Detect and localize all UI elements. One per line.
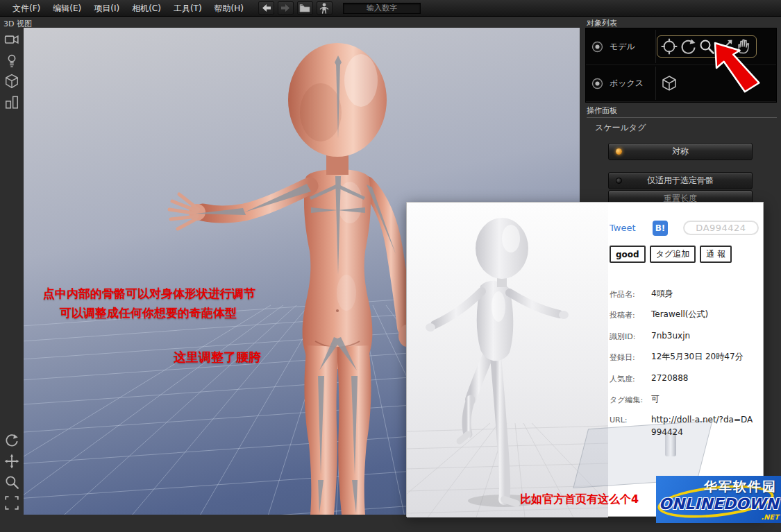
object-row-box[interactable]: ボックス — [586, 65, 776, 102]
menu-camera[interactable]: 相机(C) — [126, 0, 167, 17]
site-watermark: 华军软件园 ONLINEDOWN .NET — [656, 476, 781, 523]
good-button[interactable]: good — [610, 246, 646, 263]
field-label: 投稿者: — [610, 309, 651, 320]
open-folder-button[interactable] — [297, 1, 313, 15]
zoom-view-icon[interactable] — [4, 474, 19, 490]
menu-edit[interactable]: 编辑(E) — [47, 0, 87, 17]
camera-icon[interactable] — [4, 32, 19, 47]
folder-icon — [299, 3, 310, 12]
back-button[interactable] — [258, 1, 274, 15]
field-value: 12年5月30日 20時47分 — [651, 351, 757, 363]
field-value: Terawell(公式) — [651, 309, 757, 320]
object-row-label: ボックス — [610, 78, 648, 89]
field-label: 登録日: — [610, 351, 651, 363]
cube-icon[interactable] — [4, 74, 19, 89]
primitives-icon[interactable] — [4, 94, 19, 110]
number-input[interactable] — [343, 3, 421, 14]
menu-project[interactable]: 项目(I) — [87, 0, 126, 17]
object-row-model[interactable]: モデル — [586, 28, 776, 65]
overlay-annotation: 比如官方首页有这么个4 — [520, 492, 639, 507]
menu-file[interactable]: 文件(F) — [6, 0, 47, 17]
forward-button[interactable] — [278, 1, 294, 15]
model-figure — [169, 43, 415, 515]
tweet-link[interactable]: Tweet — [610, 223, 636, 233]
watermark-tld: .NET — [761, 513, 779, 521]
annotation-line2: 可以调整成任何你想要的奇葩体型 — [60, 305, 237, 321]
left-toolbar-bottom — [4, 433, 19, 510]
menu-help[interactable]: 帮助(H) — [208, 0, 250, 17]
field-value: 7nb3uxjn — [651, 330, 757, 342]
radio-off-indicator — [616, 178, 622, 184]
watermark-brand: ONLINEDOWN — [659, 495, 778, 513]
field-label: 作品名: — [610, 288, 651, 300]
zoom-tool-icon[interactable] — [698, 38, 715, 55]
orbit-icon[interactable] — [4, 433, 19, 448]
box-cube-icon[interactable] — [661, 75, 678, 92]
model-tools-group — [657, 35, 757, 58]
scale-tag-label: スケールタグ — [595, 122, 646, 134]
back-icon — [261, 3, 271, 12]
selected-bones-only-label: 仅适用于选定骨骼 — [647, 175, 714, 187]
rotate-tool-icon[interactable] — [680, 38, 696, 55]
overlay-buttons-row: good タグ追加 通 報 — [610, 246, 732, 263]
field-url: URL: http://doll-a.net/?da=DA994424 — [610, 414, 757, 438]
field-date: 登録日: 12年5月30日 20時47分 — [610, 351, 757, 363]
row-divider — [655, 67, 656, 100]
add-tag-button[interactable]: タグ追加 — [650, 246, 696, 263]
field-popularity: 人気度: 2720888 — [610, 372, 757, 384]
object-row-label: モデル — [610, 41, 648, 53]
forward-icon — [280, 3, 291, 12]
app-window: 文件(F) 编辑(E) 项目(I) 相机(C) 工具(T) 帮助(H) — [0, 0, 781, 532]
move-tool-icon[interactable] — [661, 38, 678, 55]
light-icon[interactable] — [4, 53, 19, 68]
left-toolbar — [0, 28, 24, 515]
pan-icon[interactable] — [4, 454, 19, 469]
annotation-line3: 这里调整了腰胯 — [174, 349, 261, 366]
field-label: 識別ID: — [610, 330, 651, 342]
field-value: 可 — [651, 393, 757, 405]
figure-button[interactable] — [317, 1, 333, 15]
annotation-line1: 点中内部的骨骼可以对身体形状进行调节 — [43, 286, 255, 302]
row-divider — [655, 30, 656, 63]
field-author: 投稿者: Terawell(公式) — [610, 309, 757, 320]
symmetry-button[interactable]: 対称 — [608, 143, 753, 160]
left-toolbar-top — [4, 32, 19, 110]
radio-on-indicator — [616, 148, 622, 155]
field-title: 作品名: 4頭身 — [610, 288, 757, 300]
work-id-field[interactable] — [683, 221, 759, 235]
overlay-info-panel: Tweet B! good タグ追加 通 報 作品名: 4頭身 投稿者: Ter… — [608, 203, 764, 517]
selected-bones-only-button[interactable]: 仅适用于选定骨骼 — [608, 172, 753, 189]
visibility-toggle-icon[interactable] — [591, 41, 603, 53]
field-tag-edit: タグ編集: 可 — [610, 393, 757, 405]
hatena-bookmark-button[interactable]: B! — [653, 221, 668, 236]
report-button[interactable]: 通 報 — [700, 246, 732, 263]
symmetry-button-label: 対称 — [672, 146, 689, 157]
field-id: 識別ID: 7nb3uxjn — [610, 330, 757, 342]
website-overlay-window: Tweet B! good タグ追加 通 報 作品名: 4頭身 投稿者: Ter… — [406, 202, 764, 517]
work-info-fields: 作品名: 4頭身 投稿者: Terawell(公式) 識別ID: 7nb3uxj… — [610, 288, 757, 447]
box-tools-group — [657, 72, 682, 94]
watermark-site-name: 华军软件园 — [704, 478, 777, 496]
field-url-value[interactable]: http://doll-a.net/?da=DA994424 — [651, 414, 757, 438]
figure-icon — [319, 3, 329, 14]
hand-tool-icon[interactable] — [736, 38, 753, 55]
field-label: タグ編集: — [610, 393, 651, 405]
menubar: 文件(F) 编辑(E) 项目(I) 相机(C) 工具(T) 帮助(H) — [0, 0, 781, 17]
nav-toolbar — [258, 1, 421, 15]
scale-tool-icon[interactable] — [717, 38, 734, 55]
frame-icon[interactable] — [4, 495, 19, 510]
object-list-panel: モデル — [585, 28, 777, 103]
field-value: 2720888 — [651, 372, 757, 384]
field-value: 4頭身 — [651, 288, 757, 300]
field-label: 人気度: — [610, 372, 651, 384]
visibility-toggle-icon[interactable] — [591, 78, 603, 89]
operation-panel-title: 操作面板 — [587, 105, 777, 118]
menu-tools[interactable]: 工具(T) — [167, 0, 208, 17]
field-label: URL: — [610, 414, 651, 438]
